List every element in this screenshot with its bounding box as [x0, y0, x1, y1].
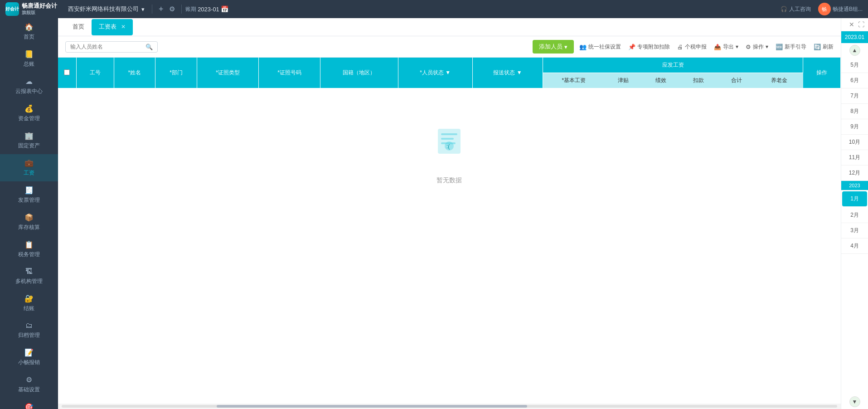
panel-expand-button[interactable]: ⛶	[858, 21, 864, 28]
sidebar-item-multi-org[interactable]: 🏗 多机构管理	[0, 263, 58, 290]
month-12[interactable]: 12月	[841, 166, 868, 181]
sidebar-label-fund: 资金管理	[18, 115, 40, 122]
human-service-button[interactable]: 🎧 人工咨询	[781, 5, 811, 13]
filter-icon-report: ▼	[517, 69, 522, 76]
sidebar-item-inventory[interactable]: 📦 库存核算	[0, 209, 58, 236]
month-11[interactable]: 11月	[841, 150, 868, 166]
salary-icon: 💼	[24, 159, 34, 167]
month-9[interactable]: 9月	[841, 119, 868, 135]
social-security-button[interactable]: 👥 统一社保设置	[579, 43, 621, 51]
sidebar-item-fund[interactable]: 💰 资金管理	[0, 100, 58, 127]
sidebar-item-guide[interactable]: 🎯 新手引导	[0, 398, 58, 409]
sidebar-item-invoice[interactable]: 🧾 发票管理	[0, 181, 58, 209]
closing-icon: 🔐	[24, 294, 34, 303]
tab-salary-table[interactable]: 工资表 ✕	[92, 19, 133, 35]
tab-close-icon[interactable]: ✕	[121, 24, 126, 30]
social-security-label: 统一社保设置	[588, 43, 621, 51]
month-2023-1[interactable]: 1月	[842, 191, 867, 207]
tax-declaration-icon: 🖨	[677, 44, 683, 50]
panel-controls: ✕ ⛶	[841, 18, 868, 31]
chevron-down-icon: ▾	[141, 6, 145, 13]
scrollbar-thumb[interactable]	[217, 405, 527, 408]
add-company-button[interactable]: +	[156, 4, 166, 14]
year-2023-label: 2023	[841, 181, 868, 190]
operations-label: 操作	[753, 43, 764, 51]
sidebar-item-tax[interactable]: 📋 税务管理	[0, 236, 58, 263]
sidebar-item-salary[interactable]: 💼 工资	[0, 154, 58, 181]
guide-icon: 🎯	[24, 403, 34, 409]
tab-home[interactable]: 首页	[65, 19, 92, 35]
sidebar-item-expense[interactable]: 📝 小畅报销	[0, 344, 58, 371]
th-id-number: *证照号码	[258, 58, 320, 88]
refresh-button[interactable]: 🔄 刷新	[814, 43, 834, 51]
th-id-type: *证照类型	[197, 58, 258, 88]
logo-icon: 好会计	[5, 2, 19, 16]
sidebar-item-home[interactable]: 🏠 首页	[0, 18, 58, 45]
empty-icon: :(	[431, 124, 467, 169]
svg-rect-1	[441, 133, 457, 135]
nav-up-button[interactable]: ▲	[849, 45, 860, 56]
month-10[interactable]: 10月	[841, 135, 868, 150]
fixed-asset-icon: 🏢	[24, 131, 34, 140]
th-performance: 绩效	[642, 73, 680, 88]
company-selector[interactable]: 西安虾米网络科技有限公司 ▾	[64, 3, 148, 15]
tab-home-label: 首页	[73, 23, 84, 31]
new-guide-button[interactable]: 🆕 新手引导	[776, 43, 806, 51]
th-checkbox[interactable]	[58, 58, 76, 88]
export-icon: 📤	[714, 44, 721, 50]
special-deduction-button[interactable]: 📌 专项附加扣除	[628, 43, 670, 51]
sidebar-label-expense: 小畅报销	[18, 359, 40, 366]
toolbar: 🔍 添加人员 ▾ 👥 统一社保设置 📌 专项附加扣除	[58, 36, 841, 58]
app-version: 旗舰版	[22, 10, 57, 16]
export-button[interactable]: 📤 导出 ▾	[714, 43, 738, 51]
panel-nav-up: ▲	[841, 43, 868, 58]
special-deduction-icon: 📌	[628, 44, 635, 50]
user-menu[interactable]: 畅 畅捷通B组...	[818, 3, 863, 15]
month-2023-2[interactable]: 2月	[841, 208, 868, 223]
sidebar-item-cloud-report[interactable]: ☁ 云报表中心	[0, 73, 58, 100]
home-icon: 🏠	[24, 23, 34, 31]
search-input[interactable]	[70, 44, 143, 50]
month-2023-3[interactable]: 3月	[841, 223, 868, 239]
month-7[interactable]: 7月	[841, 88, 868, 104]
th-report-status[interactable]: 报送状态 ▼	[472, 58, 543, 88]
nav-down-button[interactable]: ▼	[849, 396, 860, 407]
cloud-icon: ☁	[25, 77, 33, 86]
divider-1	[152, 5, 152, 14]
tax-declaration-button[interactable]: 🖨 个税申报	[677, 43, 707, 51]
th-salary-group: 应发工资	[543, 58, 803, 73]
select-all-checkbox[interactable]	[64, 69, 70, 75]
app-logo: 好会计 畅唐通好会计 旗舰版	[5, 2, 57, 16]
period-label: 账期	[185, 5, 196, 13]
sidebar-item-closing[interactable]: 🔐 结账	[0, 290, 58, 317]
settings-icon[interactable]: ⚙	[166, 4, 178, 14]
invoice-icon: 🧾	[24, 186, 34, 195]
sidebar-item-archive[interactable]: 🗂 归档管理	[0, 317, 58, 344]
sidebar-item-fixed-asset[interactable]: 🏢 固定资产	[0, 127, 58, 154]
refresh-label: 刷新	[823, 43, 834, 51]
add-person-button[interactable]: 添加人员 ▾	[533, 40, 574, 54]
sidebar-item-settings[interactable]: ⚙ 基础设置	[0, 371, 58, 398]
th-operations: 操作	[803, 58, 840, 88]
sidebar-label-multi-org: 多机构管理	[15, 278, 43, 285]
divider-2	[181, 5, 182, 14]
th-person-status[interactable]: *人员状态 ▼	[398, 58, 472, 88]
expense-icon: 📝	[24, 348, 34, 357]
ledger-icon: 📒	[24, 50, 34, 58]
month-2023-4[interactable]: 4月	[841, 239, 868, 254]
operations-icon: ⚙	[746, 44, 751, 50]
calendar-icon[interactable]: 📅	[221, 5, 228, 13]
fund-icon: 💰	[24, 104, 34, 113]
month-5[interactable]: 5月	[841, 58, 868, 73]
month-6[interactable]: 6月	[841, 73, 868, 88]
sidebar-label-invoice: 发票管理	[18, 196, 40, 204]
filter-icon-person: ▼	[445, 69, 451, 76]
sidebar-item-ledger[interactable]: 📒 总账	[0, 45, 58, 73]
month-8[interactable]: 8月	[841, 104, 868, 119]
horizontal-scrollbar[interactable]	[58, 404, 841, 409]
panel-close-button[interactable]: ✕	[849, 21, 854, 28]
search-box[interactable]: 🔍	[65, 41, 158, 53]
operations-button[interactable]: ⚙ 操作 ▾	[746, 43, 768, 51]
inventory-icon: 📦	[24, 213, 34, 222]
archive-icon: 🗂	[25, 321, 33, 330]
